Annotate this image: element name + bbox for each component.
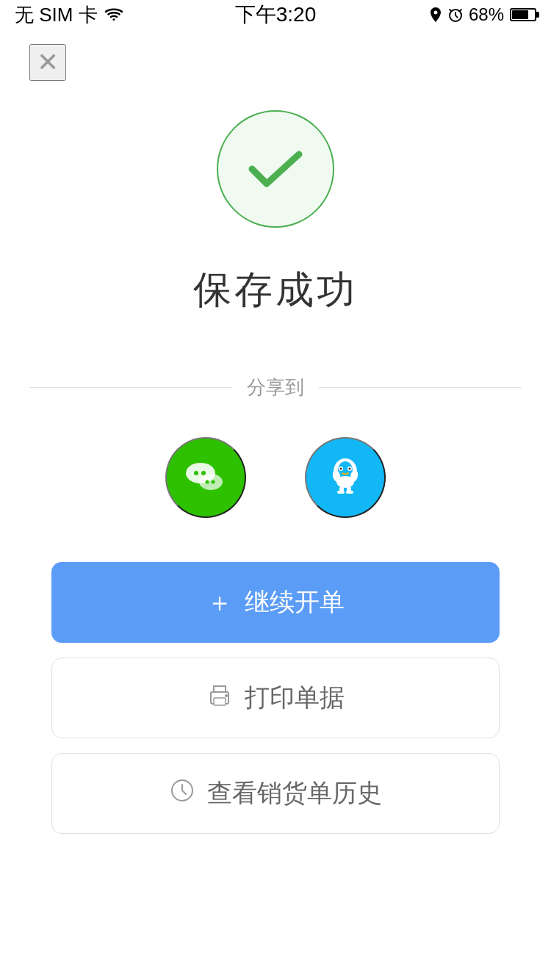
share-label: 分享到 [232,375,319,400]
share-section: 分享到 [29,353,522,518]
continue-order-button[interactable]: ＋ 继续开单 [51,562,500,643]
divider-right [319,387,522,388]
share-icons [29,437,522,518]
svg-point-6 [212,480,215,484]
success-title: 保存成功 [193,264,358,316]
svg-point-2 [194,471,198,475]
clock-icon [169,777,195,810]
history-label: 查看销货单历史 [207,777,382,810]
svg-rect-19 [346,491,353,494]
svg-point-4 [199,474,223,490]
wifi-icon [104,7,124,22]
battery-percent: 68% [469,4,504,25]
wechat-share-button[interactable] [165,437,246,518]
qq-share-button[interactable] [305,437,386,518]
svg-point-5 [206,480,209,484]
svg-rect-21 [214,698,226,705]
main-content: ✕ 保存成功 分享到 [0,29,551,834]
close-button[interactable]: ✕ [29,44,66,81]
success-circle [217,110,334,228]
action-buttons: ＋ 继续开单 打印单据 查看销货单历史 [29,562,522,834]
checkmark-icon [246,147,305,191]
qq-icon [326,454,364,501]
plus-icon: ＋ [206,585,233,621]
status-bar: 无 SIM 卡 下午3:20 68% [0,0,551,29]
svg-point-3 [201,471,206,475]
wechat-icon [183,458,228,497]
share-divider: 分享到 [29,375,522,400]
svg-point-11 [340,468,342,470]
status-left: 无 SIM 卡 [15,2,124,28]
svg-point-12 [349,468,351,470]
history-button[interactable]: 查看销货单历史 [51,753,500,834]
svg-rect-18 [337,491,345,494]
print-button[interactable]: 打印单据 [51,657,500,738]
svg-point-22 [225,694,228,697]
status-time: 下午3:20 [235,1,317,29]
close-icon: ✕ [37,49,59,76]
divider-left [29,387,232,388]
alarm-icon [448,7,463,23]
carrier-text: 无 SIM 卡 [15,2,98,28]
success-area: 保存成功 [29,110,522,316]
status-right: 68% [429,4,536,25]
battery-icon [510,8,536,21]
continue-order-label: 继续开单 [245,586,345,619]
location-icon [429,7,442,23]
printer-icon [206,682,233,715]
print-label: 打印单据 [245,681,345,715]
